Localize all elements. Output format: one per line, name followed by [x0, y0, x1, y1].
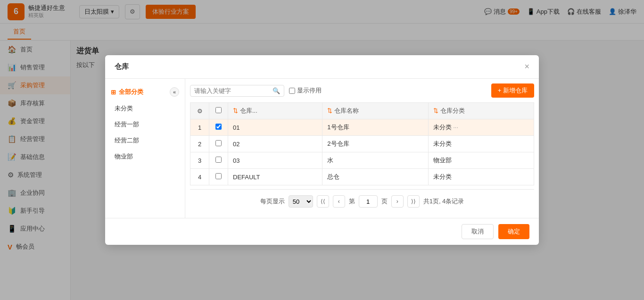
sort-category-icon: ⇅ — [433, 107, 438, 114]
table-header: ⚙ ⇅仓库... ⇅仓库名称 ⇅仓库分类 — [190, 103, 534, 119]
add-warehouse-button[interactable]: + 新增仓库 — [491, 83, 534, 98]
table-row[interactable]: 1 01 1号仓库 未分类 ··· — [190, 119, 534, 136]
row-checkbox[interactable] — [215, 124, 222, 130]
cancel-button[interactable]: 取消 — [462, 224, 494, 239]
header-row: ⚙ ⇅仓库... ⇅仓库名称 ⇅仓库分类 — [190, 103, 534, 119]
table-container: ⚙ ⇅仓库... ⇅仓库名称 ⇅仓库分类 1 01 — [190, 102, 534, 185]
row-checkbox[interactable] — [215, 140, 222, 146]
pagination: 每页显示 50 100 ⟨⟨ ‹ 第 页 › ⟩⟩ 共1页, 4条记录 — [190, 189, 534, 213]
sort-code-icon: ⇅ — [233, 107, 238, 114]
row-code: 03 — [228, 152, 322, 169]
th-gear: ⚙ — [190, 103, 209, 119]
modal-header: 仓库 × — [105, 55, 539, 79]
page-number-input[interactable] — [359, 195, 378, 208]
row-num: 2 — [190, 136, 209, 152]
row-checkbox[interactable] — [215, 157, 222, 163]
all-categories[interactable]: ⊞ 全部分类 « — [105, 83, 185, 100]
row-checkbox-cell — [209, 169, 228, 185]
table-body: 1 01 1号仓库 未分类 ··· 2 02 2号仓库 — [190, 119, 534, 185]
modal-close-button[interactable]: × — [524, 62, 529, 72]
row-checkbox-cell — [209, 152, 228, 169]
modal-body: ⊞ 全部分类 « 未分类 经营一部 经营二部 物业部 🔍 — [105, 79, 539, 218]
th-checkbox — [209, 103, 228, 119]
row-code: 01 — [228, 119, 322, 136]
row-checkbox-cell — [209, 136, 228, 152]
per-page-select[interactable]: 50 100 — [289, 195, 313, 208]
page-label: 第 — [349, 197, 355, 206]
th-category: ⇅仓库分类 — [428, 103, 534, 119]
last-page-button[interactable]: ⟩⟩ — [407, 195, 420, 208]
row-checkbox[interactable] — [215, 173, 222, 179]
table-row[interactable]: 3 03 水 物业部 — [190, 152, 534, 169]
show-disabled-checkbox[interactable] — [289, 88, 295, 94]
select-all-checkbox[interactable] — [215, 107, 222, 113]
row-category: 未分类 ··· — [428, 119, 534, 136]
row-name: 总仓 — [322, 169, 428, 185]
modal-footer: 取消 确定 — [105, 218, 539, 245]
show-disabled-label: 显示停用 — [297, 86, 322, 95]
row-code: DEFAULT — [228, 169, 322, 185]
warehouse-table: ⚙ ⇅仓库... ⇅仓库名称 ⇅仓库分类 1 01 — [190, 102, 534, 185]
total-info: 共1页, 4条记录 — [423, 197, 464, 206]
category-ops2[interactable]: 经营二部 — [105, 133, 185, 149]
all-categories-label: 全部分类 — [119, 88, 143, 96]
row-num: 1 — [190, 119, 209, 136]
category-ops1[interactable]: 经营一部 — [105, 117, 185, 133]
modal-overlay: 仓库 × ⊞ 全部分类 « 未分类 经营一部 经营二部 物业部 — [0, 0, 644, 300]
row-category: 未分类 — [428, 136, 534, 152]
search-input[interactable] — [194, 87, 270, 94]
row-category: 物业部 — [428, 152, 534, 169]
th-code: ⇅仓库... — [228, 103, 322, 119]
table-row[interactable]: 4 DEFAULT 总仓 未分类 — [190, 169, 534, 185]
row-name: 2号仓库 — [322, 136, 428, 152]
th-name: ⇅仓库名称 — [322, 103, 428, 119]
category-panel: ⊞ 全部分类 « 未分类 经营一部 经营二部 物业部 — [105, 79, 185, 218]
grid-icon: ⊞ — [111, 89, 116, 96]
search-box: 🔍 — [190, 85, 284, 97]
first-page-button[interactable]: ⟨⟨ — [317, 195, 329, 208]
row-code: 02 — [228, 136, 322, 152]
row-actions[interactable]: ··· — [453, 124, 458, 131]
page-suffix: 页 — [381, 197, 388, 206]
table-row[interactable]: 2 02 2号仓库 未分类 — [190, 136, 534, 152]
next-page-button[interactable]: › — [391, 195, 404, 208]
modal-title: 仓库 — [115, 62, 129, 71]
search-row: 🔍 显示停用 + 新增仓库 — [190, 83, 534, 98]
prev-page-button[interactable]: ‹ — [333, 195, 345, 208]
category-unclassified[interactable]: 未分类 — [105, 100, 185, 117]
per-page-label: 每页显示 — [260, 197, 285, 206]
search-icon[interactable]: 🔍 — [272, 87, 280, 94]
collapse-button[interactable]: « — [170, 87, 179, 97]
collapse-icon: « — [173, 89, 176, 95]
row-num: 4 — [190, 169, 209, 185]
row-checkbox-cell — [209, 119, 228, 136]
row-name: 1号仓库 — [322, 119, 428, 136]
sort-name-icon: ⇅ — [327, 107, 332, 114]
warehouse-modal: 仓库 × ⊞ 全部分类 « 未分类 经营一部 经营二部 物业部 — [105, 55, 539, 245]
category-property[interactable]: 物业部 — [105, 149, 185, 165]
row-num: 3 — [190, 152, 209, 169]
table-panel: 🔍 显示停用 + 新增仓库 ⚙ — [185, 79, 539, 218]
confirm-button[interactable]: 确定 — [498, 224, 529, 239]
show-disabled-toggle[interactable]: 显示停用 — [289, 86, 322, 95]
row-category: 未分类 — [428, 169, 534, 185]
row-name: 水 — [322, 152, 428, 169]
